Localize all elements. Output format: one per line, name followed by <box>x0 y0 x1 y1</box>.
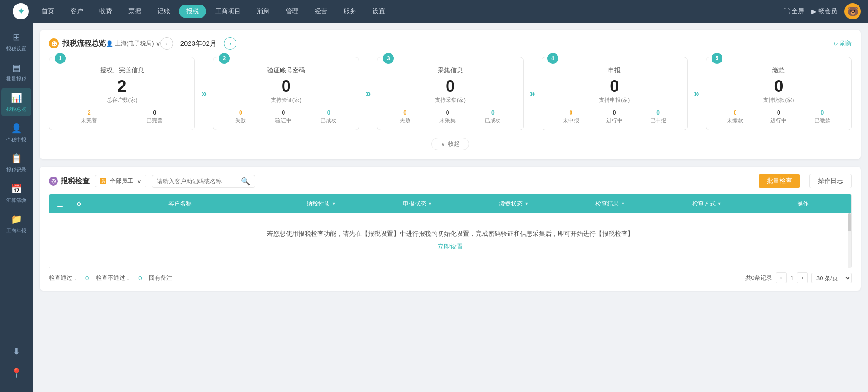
th-check-result[interactable]: 检查结果 ▼ <box>562 200 658 208</box>
stat-paid-5: 0 已缴款 <box>814 110 830 124</box>
per-page-select[interactable]: 30 条/页 50 条/页 100 条/页 <box>811 273 852 283</box>
stat-val-verifying-2: 0 <box>282 110 285 116</box>
stat-failed-2: 0 失败 <box>235 110 246 124</box>
nav-accounting[interactable]: 记账 <box>150 5 177 18</box>
stat-val-failed-2: 0 <box>239 110 242 116</box>
table-header: ⚙ 客户名称 纳税性质 ▼ 申报状态 ▼ 缴费状态 ▼ <box>49 194 851 213</box>
step-stats-2: 0 失败 0 验证中 0 已成功 <box>221 110 351 124</box>
batch-check-button[interactable]: 批量检查 <box>759 174 800 188</box>
nav-settings[interactable]: 设置 <box>365 5 392 18</box>
steps-container: 1 授权、完善信息 2 总客户数(家) 2 未完善 0 已完善 <box>49 57 852 130</box>
right-arrow-icon-4: » <box>694 88 699 100</box>
collapse-button[interactable]: ∧ 收起 <box>431 138 469 150</box>
sidebar: ⊞ 报税设置 ▤ 批量报税 📊 报税总览 👤 个税申报 📋 报税记录 📅 汇算清… <box>0 23 33 392</box>
settings-icon[interactable]: ⚙ <box>76 201 82 207</box>
check-title: ◎ 报税检查 <box>49 177 90 186</box>
scroll-thumb[interactable] <box>848 213 851 231</box>
check-panel: ◎ 报税检查 员 全部员工 ∨ 🔍 批量检查 操作日志 <box>40 167 861 291</box>
sidebar-bottom: ⬇ 📍 <box>1 341 31 387</box>
step-card-2: 2 验证账号密码 0 支持验证(家) 0 失败 0 验证中 <box>213 57 359 130</box>
fail-count[interactable]: 0 <box>138 275 142 282</box>
sidebar-item-tax-records[interactable]: 📋 报税记录 <box>1 148 31 177</box>
stat-lbl-reported-4: 已申报 <box>650 117 666 124</box>
stat-val-inprogress-4: 0 <box>613 110 616 116</box>
sidebar-item-tax-overview[interactable]: 📊 报税总览 <box>1 88 31 116</box>
first-page-button[interactable]: ‹ <box>776 272 787 283</box>
th-customer-name: 客户名称 <box>87 200 273 208</box>
step-number-2: 2 <box>219 53 230 64</box>
search-input[interactable] <box>157 178 238 185</box>
user-avatar[interactable]: 🐻 <box>844 3 861 19</box>
sidebar-item-personal-tax[interactable]: 👤 个税申报 <box>1 118 31 147</box>
table-body-empty: 若您想使用报税检查功能，请先在【报税设置】中进行报税的初始化设置，完成密码验证和… <box>49 213 851 268</box>
sidebar-download[interactable]: ⬇ <box>1 341 31 361</box>
nav-management[interactable]: 管理 <box>278 5 306 18</box>
nav-billing[interactable]: 收费 <box>92 5 119 18</box>
sidebar-item-tax-settings[interactable]: ⊞ 报税设置 <box>1 27 31 56</box>
sidebar-item-batch-tax[interactable]: ▤ 批量报税 <box>1 57 31 86</box>
location-tag[interactable]: 👤 上海(电子税局) ∨ <box>106 39 160 48</box>
nav-invoice[interactable]: 票据 <box>121 5 148 18</box>
tax-records-icon: 📋 <box>10 152 23 165</box>
nav-customer[interactable]: 客户 <box>63 5 90 18</box>
fullscreen-button[interactable]: ⛶ 全屏 <box>783 7 804 15</box>
right-arrow-icon-3: » <box>529 88 535 100</box>
stat-unpaid-5: 0 未缴款 <box>727 110 743 124</box>
step-card-5: 5 缴款 0 支持缴款(家) 0 未缴款 0 进行中 <box>706 57 852 130</box>
sidebar-item-annual-settlement[interactable]: 📅 汇算清缴 <box>1 179 31 207</box>
next-page-button[interactable]: › <box>797 272 808 283</box>
step-count-4: 0 <box>549 78 680 95</box>
nav-message[interactable]: 消息 <box>250 5 277 18</box>
th-settings[interactable]: ⚙ <box>71 201 87 207</box>
nav-tax[interactable]: 报税 <box>179 5 206 18</box>
pass-count[interactable]: 0 <box>85 275 89 282</box>
th-tax-type[interactable]: 纳税性质 ▼ <box>273 200 369 208</box>
th-filter-icon-4: ▼ <box>621 201 625 206</box>
nav-service[interactable]: 服务 <box>336 5 363 18</box>
th-pay-status[interactable]: 缴费状态 ▼ <box>466 200 562 208</box>
prev-month-button[interactable]: ‹ <box>160 37 173 50</box>
setup-link[interactable]: 立即设置 <box>267 243 634 251</box>
pass-label: 检查通过： <box>49 274 78 282</box>
nav-home[interactable]: 首页 <box>34 5 61 18</box>
right-arrow-icon-1: » <box>201 88 207 100</box>
step-card-1: 1 授权、完善信息 2 总客户数(家) 2 未完善 0 已完善 <box>49 57 195 130</box>
empty-message: 若您想使用报税检查功能，请先在【报税设置】中进行报税的初始化设置，完成密码验证和… <box>267 230 634 251</box>
sidebar-item-annual-report[interactable]: 📁 工商年报 <box>1 209 31 238</box>
stat-lbl-inprogress-5: 进行中 <box>770 117 787 124</box>
stat-inprogress-5: 0 进行中 <box>770 110 787 124</box>
nav-business[interactable]: 工商项目 <box>208 5 248 18</box>
step-title-3: 采集信息 <box>385 67 515 75</box>
stat-success-2: 0 已成功 <box>321 110 337 124</box>
next-month-button[interactable]: › <box>224 37 236 50</box>
scroll-track[interactable] <box>848 213 851 268</box>
th-check-method[interactable]: 检查方式 ▼ <box>659 200 755 208</box>
op-log-button[interactable]: 操作日志 <box>809 174 852 188</box>
th-declare-status[interactable]: 申报状态 ▼ <box>369 200 466 208</box>
stat-success-3: 0 已成功 <box>485 110 501 124</box>
th-checkbox[interactable] <box>49 201 71 207</box>
step-number-4: 4 <box>547 53 558 64</box>
collapse-up-icon: ∧ <box>441 141 445 148</box>
logo-area[interactable]: ✦ <box>7 3 34 19</box>
employee-filter[interactable]: 员 全部员工 ∨ <box>95 175 146 187</box>
annual-report-icon: 📁 <box>10 213 23 225</box>
select-all-checkbox[interactable] <box>57 201 63 207</box>
th-operation: 操作 <box>755 200 851 208</box>
search-wrap[interactable]: 🔍 <box>152 175 255 188</box>
sidebar-location[interactable]: 📍 <box>1 363 31 383</box>
arrow-2-3: » <box>359 57 377 130</box>
stat-lbl-unreported-4: 未申报 <box>563 117 579 124</box>
chevron-down-icon: ∨ <box>156 40 160 47</box>
overview-title-icon: ⊕ <box>49 38 59 48</box>
refresh-button[interactable]: ↻ 刷新 <box>833 39 852 48</box>
vip-button[interactable]: ▶ 畅会员 <box>811 7 837 15</box>
stat-val-failed-3: 0 <box>403 110 406 116</box>
personal-tax-icon: 👤 <box>10 122 23 134</box>
stat-val-incomplete: 2 <box>88 110 91 116</box>
search-icon[interactable]: 🔍 <box>241 177 250 186</box>
stat-val-unreported-4: 0 <box>569 110 572 116</box>
check-table-wrapper: ⚙ 客户名称 纳税性质 ▼ 申报状态 ▼ 缴费状态 ▼ <box>49 194 852 268</box>
stat-lbl-success-3: 已成功 <box>485 117 501 124</box>
nav-operation[interactable]: 经营 <box>307 5 335 18</box>
